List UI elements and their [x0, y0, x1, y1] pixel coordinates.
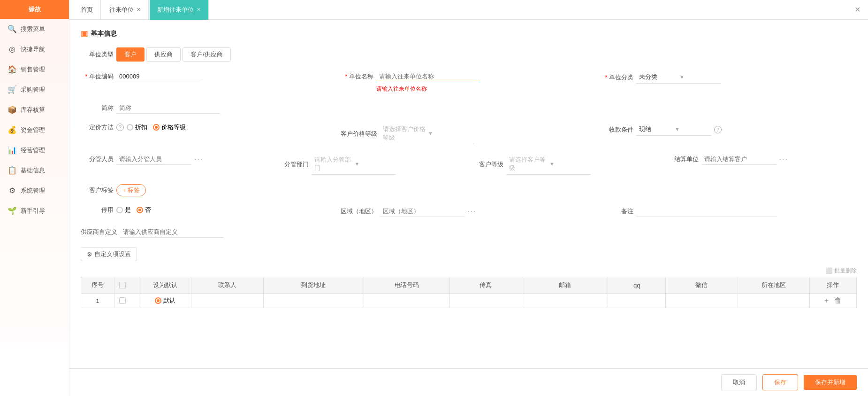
customer-level-label: 客户等级: [471, 160, 503, 169]
system-icon: ⚙: [8, 186, 17, 195]
sidebar-item-purchase[interactable]: 🛒 采购管理: [0, 79, 69, 100]
tab-new-partner[interactable]: 新增往来单位 ✕: [150, 0, 209, 20]
payment-terms-group: 收款条件 现结 ▼ ?: [601, 123, 857, 136]
tab-home[interactable]: 首页: [73, 0, 101, 20]
short-name-input[interactable]: [116, 102, 220, 114]
region-input[interactable]: [380, 206, 464, 217]
sidebar-item-sales[interactable]: 🏠 销售管理: [0, 59, 69, 79]
settlement-unit-group: 结算单位 ···: [666, 154, 857, 165]
row-wechat[interactable]: [666, 294, 738, 308]
region-more-btn[interactable]: ···: [467, 207, 476, 216]
add-tag-btn[interactable]: + 标签: [116, 184, 146, 196]
unit-name-input[interactable]: [376, 71, 480, 82]
customer-price-level-select[interactable]: 请选择客户价格等级 ▼: [380, 123, 474, 144]
row-contact[interactable]: [191, 294, 263, 308]
purchase-icon: 🛒: [8, 85, 17, 94]
form-content: ▣ 基本信息 单位类型 客户 供应商 客户/供应商 单位编码 单位名称: [69, 20, 868, 368]
col-region: 所在地区: [738, 277, 809, 294]
col-phone: 电话号码: [364, 277, 450, 294]
short-name-label: 简称: [81, 104, 114, 112]
tab-new-partner-close[interactable]: ✕: [197, 7, 201, 13]
radio-disabled-no[interactable]: 否: [137, 206, 151, 214]
row-phone[interactable]: [364, 294, 450, 308]
row-wechat-input[interactable]: [683, 297, 720, 304]
sidebar-item-system[interactable]: ⚙ 系统管理: [0, 180, 69, 201]
radio-yes-circle: [116, 207, 123, 213]
supplier-custom-row: 供应商自定义: [81, 226, 857, 238]
row-checkbox[interactable]: [119, 297, 126, 304]
radio-disabled-yes[interactable]: 是: [116, 206, 131, 214]
row-address[interactable]: [263, 294, 364, 308]
unit-category-chevron: ▼: [679, 74, 718, 80]
tab-partners[interactable]: 往来单位 ✕: [102, 0, 149, 20]
supplier-custom-input[interactable]: [120, 226, 223, 238]
region-label: 区域（地区）: [341, 207, 377, 216]
finance-icon: 💰: [8, 125, 17, 134]
radio-price-level[interactable]: 价格等级: [153, 123, 186, 132]
sidebar-item-operations[interactable]: 📊 经营管理: [0, 140, 69, 160]
sidebar-item-newbie[interactable]: 🌱 新手引导: [0, 201, 69, 221]
sidebar-item-finance[interactable]: 💰 资金管理: [0, 120, 69, 140]
unit-code-label: 单位编码: [81, 72, 114, 81]
pricing-method-group: 定价方法 ? 折扣 价格等级: [81, 123, 337, 132]
select-all-checkbox[interactable]: [119, 282, 126, 288]
sidebar-item-label: 采购管理: [21, 85, 45, 94]
sidebar-item-search[interactable]: 🔍 搜索菜单: [0, 19, 69, 39]
row-default-radio[interactable]: 默认: [144, 296, 186, 305]
unit-btn-customer[interactable]: 客户: [116, 47, 145, 62]
row-qq[interactable]: [608, 294, 666, 308]
row-phone-input[interactable]: [383, 297, 430, 304]
payment-terms-info-icon[interactable]: ?: [714, 126, 722, 133]
bulk-delete-icon: ⬜: [826, 267, 833, 274]
row-add-btn[interactable]: +: [824, 296, 829, 304]
bulk-delete-btn[interactable]: ⬜ 批量删除: [81, 267, 857, 275]
payment-terms-select[interactable]: 现结 ▼: [636, 123, 711, 136]
row-index: 1: [81, 294, 114, 308]
disabled-group: 停用 是 否: [81, 206, 337, 214]
custom-settings-btn[interactable]: ⚙ 自定义项设置: [81, 247, 137, 261]
short-name-group: 简称: [81, 102, 857, 114]
remark-label: 备注: [601, 207, 633, 216]
pricing-info-icon[interactable]: ?: [116, 124, 124, 131]
settlement-more-btn[interactable]: ···: [779, 155, 788, 163]
tab-partners-close[interactable]: ✕: [137, 7, 141, 13]
sidebar-item-basic[interactable]: 📋 基础信息: [0, 160, 69, 180]
unit-category-select[interactable]: 未分类 ▼: [636, 71, 721, 84]
manager-more-btn[interactable]: ···: [194, 155, 203, 163]
radio-discount[interactable]: 折扣: [127, 123, 147, 132]
row-address-input[interactable]: [285, 297, 342, 304]
row-delete-btn[interactable]: 🗑: [834, 296, 842, 304]
save-new-button[interactable]: 保存并新增: [804, 375, 857, 390]
row-qq-input[interactable]: [623, 297, 651, 304]
short-name-row: 简称: [81, 102, 857, 114]
row-contact-input[interactable]: [208, 297, 246, 304]
unit-btn-both[interactable]: 客户/供应商: [183, 47, 231, 62]
dept-select[interactable]: 请输入分管部门 ▼: [312, 154, 396, 175]
row-region[interactable]: [738, 294, 809, 308]
unit-code-input[interactable]: [116, 71, 201, 82]
row-email[interactable]: [522, 294, 608, 308]
disabled-radio-group: 是 否: [116, 206, 151, 214]
row-email-input[interactable]: [541, 297, 588, 304]
unit-btn-supplier[interactable]: 供应商: [146, 47, 181, 62]
manager-input[interactable]: [116, 154, 191, 165]
save-button[interactable]: 保存: [762, 374, 798, 390]
settlement-unit-input[interactable]: [701, 154, 777, 165]
settlement-unit-label: 结算单位: [666, 155, 699, 163]
row-fax[interactable]: [450, 294, 522, 308]
row-default: 默认: [139, 294, 191, 308]
dept-label: 分管部门: [276, 160, 309, 169]
operations-icon: 📊: [8, 146, 17, 155]
tab-bar-close-all[interactable]: ✕: [851, 3, 864, 16]
col-qq: qq: [608, 277, 666, 294]
manager-label: 分管人员: [81, 155, 114, 163]
sidebar-item-quicknav[interactable]: ◎ 快捷导航: [0, 39, 69, 59]
remark-input[interactable]: [636, 206, 777, 217]
customer-price-level-group: 客户价格等级 请选择客户价格等级 ▼: [341, 123, 597, 144]
sidebar-item-inventory[interactable]: 📦 库存核算: [0, 100, 69, 120]
row-fax-input[interactable]: [467, 297, 504, 304]
payment-terms-chevron: ▼: [675, 126, 708, 132]
cancel-button[interactable]: 取消: [721, 374, 757, 390]
customer-level-select[interactable]: 请选择客户等级 ▼: [506, 154, 591, 175]
row-region-input[interactable]: [755, 297, 792, 304]
